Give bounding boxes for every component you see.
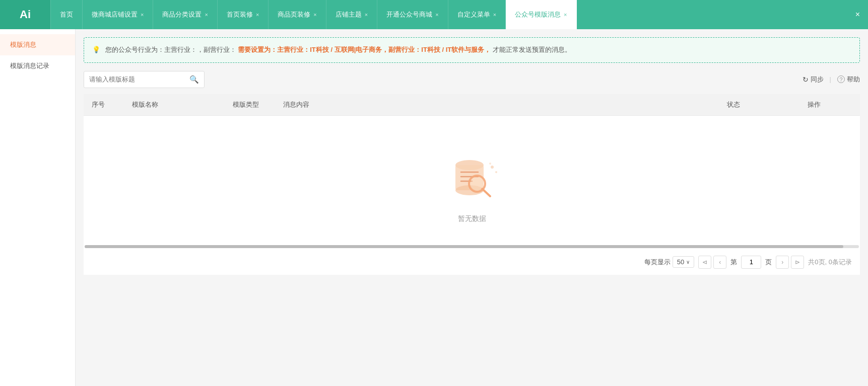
nav-tab-product-decor[interactable]: 商品页装修 × bbox=[269, 0, 326, 29]
nav-tab-micro-shop[interactable]: 微商城店铺设置 × bbox=[83, 0, 153, 29]
close-tab-category[interactable]: × bbox=[205, 12, 208, 18]
svg-point-10 bbox=[495, 171, 497, 173]
search-icon[interactable]: 🔍 bbox=[189, 75, 199, 84]
page-size-select: 每页显示 50 ∨ bbox=[644, 256, 694, 268]
svg-point-11 bbox=[489, 163, 491, 165]
close-tab-template-msg[interactable]: × bbox=[564, 12, 567, 18]
empty-text: 暂无数据 bbox=[458, 214, 486, 223]
col-header-action: 操作 bbox=[799, 94, 860, 116]
main-layout: 模版消息 模版消息记录 💡 您的公众号行业为：主营行业：，副营行业： 需要设置为… bbox=[0, 29, 868, 386]
data-table: 序号 模版名称 模版类型 消息内容 状态 操作 bbox=[84, 94, 860, 116]
nav-tab-custom-menu[interactable]: 自定义菜单 × bbox=[448, 0, 506, 29]
next-page-button[interactable]: › bbox=[776, 256, 789, 269]
search-input[interactable] bbox=[89, 75, 189, 83]
chevron-down-icon: ∨ bbox=[686, 259, 690, 265]
svg-point-9 bbox=[491, 166, 494, 169]
col-header-status: 状态 bbox=[719, 94, 799, 116]
close-tab-shop-theme[interactable]: × bbox=[365, 12, 368, 18]
close-tab-open-shop[interactable]: × bbox=[435, 12, 438, 18]
page-nav: ⊲ ‹ 第 页 › ⊳ bbox=[698, 256, 804, 269]
sidebar-item-template-message[interactable]: 模版消息 bbox=[0, 34, 75, 55]
nav-tab-open-shop[interactable]: 开通公众号商城 × bbox=[377, 0, 448, 29]
search-bar: 🔍 ↻ 同步 | ? 帮助 bbox=[84, 71, 860, 88]
nav-tabs: 首页 微商城店铺设置 × 商品分类设置 × 首页装修 × 商品页装修 × 店铺主… bbox=[50, 0, 847, 29]
close-tab-product-decor[interactable]: × bbox=[313, 12, 316, 18]
close-tab-custom-menu[interactable]: × bbox=[493, 12, 496, 18]
table-container: 序号 模版名称 模版类型 消息内容 状态 操作 bbox=[84, 94, 860, 275]
top-navbar: Ai 首页 微商城店铺设置 × 商品分类设置 × 首页装修 × 商品页装修 × … bbox=[0, 0, 868, 29]
scrollbar-track[interactable] bbox=[85, 245, 859, 248]
search-input-wrap[interactable]: 🔍 bbox=[84, 71, 205, 88]
close-all-tabs[interactable]: × bbox=[847, 10, 868, 19]
toolbar-right: ↻ 同步 | ? 帮助 bbox=[803, 75, 860, 84]
nav-tab-template-msg[interactable]: 公众号模版消息 × bbox=[506, 0, 576, 29]
toolbar-divider: | bbox=[830, 75, 831, 83]
page-size-dropdown[interactable]: 50 ∨ bbox=[673, 256, 694, 268]
nav-tab-category[interactable]: 商品分类设置 × bbox=[153, 0, 217, 29]
empty-illustration bbox=[442, 146, 502, 206]
content-area: 💡 您的公众号行业为：主营行业：，副营行业： 需要设置为：主营行业：IT科技 /… bbox=[76, 29, 868, 386]
notice-box: 💡 您的公众号行业为：主营行业：，副营行业： 需要设置为：主营行业：IT科技 /… bbox=[84, 37, 860, 63]
page-total: 共0页, 0条记录 bbox=[808, 258, 852, 267]
col-header-seq: 序号 bbox=[84, 94, 124, 116]
help-button[interactable]: ? 帮助 bbox=[837, 75, 860, 84]
nav-tab-home-decor[interactable]: 首页装修 × bbox=[218, 0, 269, 29]
sync-icon: ↻ bbox=[803, 75, 809, 84]
app-logo: Ai bbox=[0, 0, 50, 29]
first-page-button[interactable]: ⊲ bbox=[698, 256, 711, 269]
nav-tab-home[interactable]: 首页 bbox=[50, 0, 83, 29]
scrollbar-thumb[interactable] bbox=[85, 245, 843, 248]
close-tab-micro-shop[interactable]: × bbox=[141, 12, 144, 18]
nav-tab-shop-theme[interactable]: 店铺主题 × bbox=[326, 0, 377, 29]
sidebar-item-template-record[interactable]: 模版消息记录 bbox=[0, 55, 75, 76]
last-page-button[interactable]: ⊳ bbox=[791, 256, 804, 269]
col-header-content: 消息内容 bbox=[275, 94, 719, 116]
pagination: 每页显示 50 ∨ ⊲ ‹ 第 页 › ⊳ 共0页, 0条记录 bbox=[84, 250, 860, 275]
notice-icon: 💡 bbox=[92, 46, 100, 53]
sidebar: 模版消息 模版消息记录 bbox=[0, 29, 76, 386]
col-header-type: 模版类型 bbox=[225, 94, 275, 116]
close-tab-home-decor[interactable]: × bbox=[256, 12, 259, 18]
sync-button[interactable]: ↻ 同步 bbox=[803, 75, 824, 84]
empty-state: 暂无数据 bbox=[84, 116, 860, 244]
help-icon: ? bbox=[837, 75, 845, 83]
prev-page-button[interactable]: ‹ bbox=[713, 256, 726, 269]
table-header-row: 序号 模版名称 模版类型 消息内容 状态 操作 bbox=[84, 94, 860, 116]
scrollbar-row[interactable] bbox=[84, 244, 860, 250]
page-number-input[interactable] bbox=[741, 256, 761, 269]
empty-svg bbox=[442, 146, 502, 206]
svg-point-8 bbox=[471, 177, 484, 190]
col-header-name: 模版名称 bbox=[124, 94, 225, 116]
